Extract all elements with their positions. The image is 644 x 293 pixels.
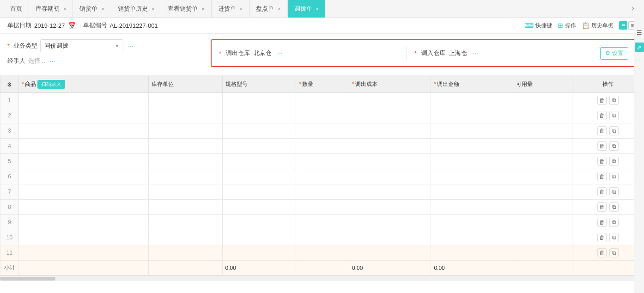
row-available-2[interactable] [513,108,572,123]
row-product-4[interactable] [19,139,149,154]
row-qty-2[interactable] [296,108,349,123]
scrollbar-area[interactable] [0,275,644,281]
copy-icon-10[interactable]: ⧉ [609,233,619,242]
row-spec-9[interactable] [222,215,296,230]
row-spec-10[interactable] [222,230,296,245]
calendar-icon[interactable]: 📅 [68,22,76,29]
shortcut-button[interactable]: ⌨ 快捷键 [524,22,552,30]
row-cost-6[interactable] [349,169,431,184]
operation-button[interactable]: ⊞ 操作 [558,22,576,30]
row-qty-3[interactable] [296,123,349,139]
copy-icon-6[interactable]: ⧉ [609,172,619,181]
row-available-8[interactable] [513,200,572,215]
copy-icon-5[interactable]: ⧉ [609,157,619,166]
biz-type-more[interactable]: ··· [126,42,135,49]
scrollbar-thumb[interactable] [0,277,55,281]
delete-icon-6[interactable]: 🗑 [597,172,607,181]
row-product-1[interactable] [19,93,149,108]
row-unit-10[interactable] [148,230,222,245]
row-qty-6[interactable] [296,169,349,184]
row-amount-2[interactable] [431,108,513,123]
row-unit-4[interactable] [148,139,222,154]
row-available-5[interactable] [513,154,572,169]
row-product-3[interactable] [19,123,149,139]
tab-sales[interactable]: 销货单 × [73,0,111,18]
row-product-7[interactable] [19,184,149,200]
row-amount-1[interactable] [431,93,513,108]
row-spec-4[interactable] [222,139,296,154]
tab-close-transfer[interactable]: × [316,6,319,12]
row-qty-9[interactable] [296,215,349,230]
tab-close-inventory-check[interactable]: × [278,6,280,12]
delete-icon-8[interactable]: 🗑 [597,202,607,212]
copy-icon-9[interactable]: ⧉ [609,218,619,227]
wh-out-value[interactable]: 北京仓 [254,49,272,57]
wh-in-more[interactable]: ··· [471,49,480,57]
row-qty-1[interactable] [296,93,349,108]
tab-close-purchase[interactable]: × [240,6,243,12]
row-unit-11[interactable] [148,245,222,261]
copy-icon-11[interactable]: ⧉ [609,248,619,257]
row-product-2[interactable] [19,108,149,123]
row-available-3[interactable] [513,123,572,139]
delete-icon-4[interactable]: 🗑 [597,141,607,151]
row-spec-7[interactable] [222,184,296,200]
col-gear[interactable]: ⚙ [0,76,19,93]
row-product-6[interactable] [19,169,149,184]
delete-icon-7[interactable]: 🗑 [597,187,607,196]
row-spec-2[interactable] [222,108,296,123]
row-product-11[interactable] [19,245,149,261]
row-cost-8[interactable] [349,200,431,215]
tab-transfer[interactable]: 调拨单 × [288,0,325,18]
copy-icon-3[interactable]: ⧉ [609,126,619,135]
row-product-5[interactable] [19,154,149,169]
row-cost-9[interactable] [349,215,431,230]
row-qty-4[interactable] [296,139,349,154]
row-qty-8[interactable] [296,200,349,215]
tab-close-sales-history[interactable]: × [152,6,154,12]
sidebar-list-icon[interactable]: ☰ [635,28,644,37]
row-spec-3[interactable] [222,123,296,139]
row-unit-9[interactable] [148,215,222,230]
row-cost-10[interactable] [349,230,431,245]
tab-home[interactable]: 首页 [4,0,29,18]
delete-icon-11[interactable]: 🗑 [597,248,607,257]
row-unit-5[interactable] [148,154,222,169]
row-amount-5[interactable] [431,154,513,169]
settings-button[interactable]: ⚙ 设置 [600,47,628,60]
row-unit-3[interactable] [148,123,222,139]
delete-icon-3[interactable]: 🗑 [597,126,607,135]
copy-icon-8[interactable]: ⧉ [609,202,619,212]
biz-type-select[interactable]: 同价调拨 ▼ [40,39,123,52]
tab-close-sales[interactable]: × [101,6,104,12]
row-spec-6[interactable] [222,169,296,184]
row-unit-1[interactable] [148,93,222,108]
row-qty-10[interactable] [296,230,349,245]
row-cost-3[interactable] [349,123,431,139]
row-spec-5[interactable] [222,154,296,169]
row-cost-5[interactable] [349,154,431,169]
row-cost-4[interactable] [349,139,431,154]
delete-icon-1[interactable]: 🗑 [597,96,607,105]
row-available-10[interactable] [513,230,572,245]
row-amount-10[interactable] [431,230,513,245]
row-product-8[interactable] [19,200,149,215]
row-cost-7[interactable] [349,184,431,200]
delete-icon-5[interactable]: 🗑 [597,157,607,166]
row-available-1[interactable] [513,93,572,108]
row-qty-5[interactable] [296,154,349,169]
row-available-6[interactable] [513,169,572,184]
delete-icon-2[interactable]: 🗑 [597,111,607,120]
row-product-10[interactable] [19,230,149,245]
row-spec-8[interactable] [222,200,296,215]
tab-sales-history[interactable]: 销货单历史 × [111,0,161,18]
person-more[interactable]: ··· [48,57,57,65]
row-qty-11[interactable] [296,245,349,261]
row-amount-4[interactable] [431,139,513,154]
row-cost-2[interactable] [349,108,431,123]
delete-icon-10[interactable]: 🗑 [597,233,607,242]
copy-icon-7[interactable]: ⧉ [609,187,619,196]
tab-inventory-init[interactable]: 库存期初 × [29,0,73,18]
wh-out-more[interactable]: ··· [275,49,285,57]
tab-close-inventory-init[interactable]: × [63,6,66,12]
